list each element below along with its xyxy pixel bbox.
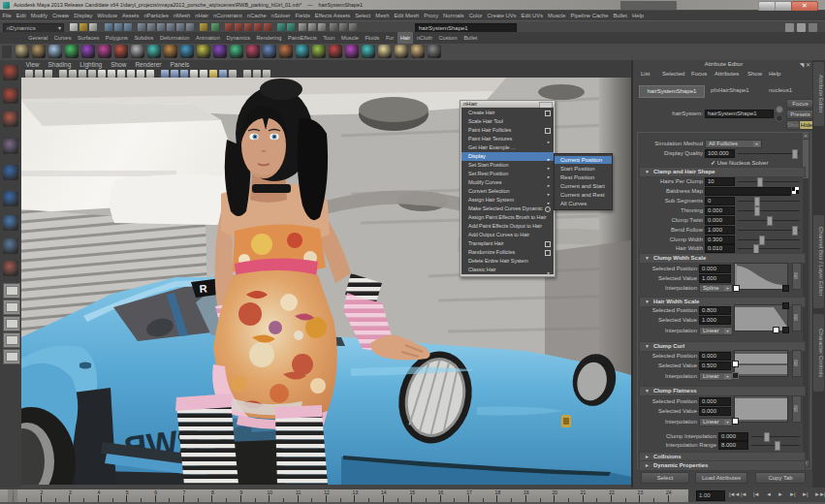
svg-text:R: R [199, 282, 207, 295]
